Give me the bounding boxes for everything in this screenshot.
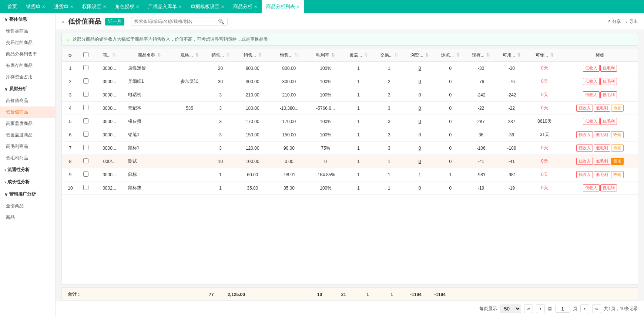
row-views1[interactable]: 0 bbox=[405, 142, 435, 155]
select-all-checkbox[interactable] bbox=[83, 52, 88, 57]
export-button[interactable]: ↓ 导出 bbox=[625, 18, 638, 25]
collapse-button[interactable]: « bbox=[61, 18, 64, 24]
checkbox-col-header[interactable] bbox=[79, 49, 93, 62]
next-page-button[interactable]: › bbox=[580, 304, 589, 313]
row-views1[interactable]: 0 bbox=[405, 62, 435, 75]
name-col-header[interactable]: 商品名称 ⇅ bbox=[126, 49, 173, 62]
sidebar-item-all-goods[interactable]: 全部商品 bbox=[0, 200, 55, 212]
last-page-button[interactable]: » bbox=[592, 304, 601, 313]
close-icon[interactable]: ✕ bbox=[178, 4, 182, 9]
views-link[interactable]: 0 bbox=[419, 146, 421, 151]
row-checkbox[interactable] bbox=[79, 102, 93, 115]
close-icon[interactable]: ✕ bbox=[221, 4, 224, 9]
row-spec: 参加复试 bbox=[173, 75, 206, 88]
available-col-header[interactable]: 可用... ⇅ bbox=[496, 49, 527, 62]
sidebar-item-stock-goods[interactable]: 有库存的商品 bbox=[0, 60, 55, 71]
close-icon[interactable]: ✕ bbox=[103, 4, 106, 9]
row-checkbox[interactable] bbox=[79, 168, 93, 181]
row-views2: 0 bbox=[435, 102, 466, 115]
views2-col-header[interactable]: 浏览... ⇅ bbox=[435, 49, 466, 62]
sidebar-item-low-coverage[interactable]: 低覆盖度商品 bbox=[0, 129, 55, 141]
views-link[interactable]: 0 bbox=[419, 106, 421, 111]
sidebar-item-low-margin[interactable]: 低毛利商品 bbox=[0, 152, 55, 164]
search-icon[interactable]: 🔍 bbox=[218, 18, 224, 24]
time-filter-badge[interactable]: 近一月 bbox=[105, 18, 124, 26]
sidebar-group-title-growth[interactable]: › 成长性分析 bbox=[0, 176, 55, 188]
sales-qty-col-header[interactable]: 销售... ⇅ bbox=[206, 49, 235, 62]
row-checkbox[interactable] bbox=[79, 88, 93, 102]
views-link[interactable]: 0 bbox=[419, 66, 421, 71]
page-input[interactable] bbox=[555, 305, 570, 313]
trade-col-header[interactable]: 交易... ⇅ bbox=[374, 49, 405, 62]
close-icon[interactable]: ✕ bbox=[136, 4, 139, 9]
sidebar-item-capital[interactable]: 库存资金占用 bbox=[0, 71, 55, 83]
row-checkbox[interactable] bbox=[79, 142, 93, 155]
coverage-col-header[interactable]: 覆盖... ⇅ bbox=[343, 49, 374, 62]
row-checkbox[interactable] bbox=[79, 62, 93, 75]
close-icon[interactable]: ✕ bbox=[42, 4, 45, 9]
nav-item-analysis-list[interactable]: 商品分析列表 ✕ bbox=[262, 0, 304, 13]
sidebar-item-low-value[interactable]: 低价值商品 bbox=[0, 106, 55, 118]
stock-col-header[interactable]: 现有... ⇅ bbox=[466, 49, 496, 62]
views-link[interactable]: 0 bbox=[419, 92, 421, 98]
row-views1[interactable]: 0 bbox=[405, 155, 435, 168]
search-input[interactable] bbox=[134, 19, 216, 24]
sidebar-item-traded-goods[interactable]: 交易过的商品 bbox=[0, 37, 55, 48]
row-views1[interactable]: 0 bbox=[405, 181, 435, 195]
nav-item-templates[interactable]: 单据模板设置 ✕ bbox=[186, 0, 229, 13]
sales-price-col-header[interactable]: 销售... ⇅ bbox=[235, 49, 270, 62]
nav-item-sales[interactable]: 销货单 ✕ bbox=[21, 0, 50, 13]
sales-amount-col-header[interactable]: 销售... ⇅ bbox=[270, 49, 308, 62]
nav-item-inbound[interactable]: 产成品入库单 ✕ bbox=[144, 0, 186, 13]
gear-icon[interactable]: ⚙ bbox=[68, 53, 72, 58]
row-views1[interactable]: 0 bbox=[405, 128, 435, 142]
row-checkbox[interactable] bbox=[79, 75, 93, 88]
page-size-select[interactable]: 50 100 200 bbox=[500, 305, 521, 313]
views1-col-header[interactable]: 浏览... ⇅ bbox=[405, 49, 435, 62]
nav-item-permissions[interactable]: 权限设置 ✕ bbox=[78, 0, 111, 13]
views-link[interactable]: 0 bbox=[419, 132, 421, 137]
sidebar-item-high-margin[interactable]: 高毛利商品 bbox=[0, 141, 55, 152]
close-icon[interactable]: ✕ bbox=[70, 4, 73, 9]
sidebar-group-title-finance[interactable]: ∨ 员财分析 bbox=[0, 83, 55, 95]
nav-item-home[interactable]: 首页 bbox=[3, 0, 21, 13]
sellable-col-header[interactable]: 可销... ⇅ bbox=[527, 49, 562, 62]
nav-item-roles[interactable]: 角色授权 ✕ bbox=[111, 0, 144, 13]
views-link[interactable]: 0 bbox=[419, 186, 421, 191]
gear-col-header[interactable]: ⚙ bbox=[62, 49, 79, 62]
nav-item-purchase[interactable]: 进货单 ✕ bbox=[50, 0, 78, 13]
sidebar-group-title-liquidity[interactable]: › 流通性分析 bbox=[0, 164, 55, 176]
sidebar-group-title-overall[interactable]: ∨ 整体信息 bbox=[0, 13, 55, 26]
views-link[interactable]: 0 bbox=[419, 79, 421, 84]
row-views1[interactable]: 0 bbox=[405, 88, 435, 102]
sidebar-item-high-coverage[interactable]: 高覆盖度商品 bbox=[0, 118, 55, 129]
row-views1[interactable]: 0 bbox=[405, 115, 435, 128]
first-page-button[interactable]: « bbox=[524, 304, 533, 313]
sidebar-group-title-marketing[interactable]: ∨ 营销推广分析 bbox=[0, 188, 55, 200]
close-icon[interactable]: ✕ bbox=[254, 4, 257, 9]
nav-item-product-analysis[interactable]: 商品分析 ✕ bbox=[229, 0, 262, 13]
spec-col-header[interactable]: 规格... ⇅ bbox=[173, 49, 206, 62]
row-checkbox[interactable] bbox=[79, 155, 93, 168]
row-sales-qty: 3 bbox=[206, 88, 235, 102]
sidebar-item-sales-goods[interactable]: 销售类商品 bbox=[0, 26, 55, 37]
row-views1[interactable]: 0 bbox=[405, 102, 435, 115]
close-icon[interactable]: ✕ bbox=[296, 4, 300, 9]
prev-page-button[interactable]: ‹ bbox=[536, 304, 545, 313]
row-checkbox[interactable] bbox=[79, 115, 93, 128]
row-views1[interactable]: 1 bbox=[405, 168, 435, 181]
row-views1[interactable]: 0 bbox=[405, 75, 435, 88]
table-row: 7 0000... 鼠标1 3 120.00 90.00 75% 1 3 0 0… bbox=[62, 142, 638, 155]
sidebar-item-high-value[interactable]: 高价值商品 bbox=[0, 95, 55, 106]
code-col-header[interactable]: 商... ⇅ bbox=[93, 49, 126, 62]
sidebar-item-category-sales[interactable]: 商品分类销售率 bbox=[0, 48, 55, 60]
views-link[interactable]: 1 bbox=[419, 172, 421, 177]
share-button[interactable]: ↗ 分享 bbox=[607, 18, 621, 25]
sidebar-item-new-goods[interactable]: 新品 bbox=[0, 212, 55, 223]
margin-col-header[interactable]: 毛利率 ⇅ bbox=[308, 49, 343, 62]
table-container[interactable]: ⚙ 商... ⇅ 商品名称 ⇅ 规格... ⇅ 销售... ⇅ 销售... ⇅ … bbox=[61, 49, 638, 285]
row-checkbox[interactable] bbox=[79, 181, 93, 195]
views-link[interactable]: 0 bbox=[419, 119, 421, 124]
views-link[interactable]: 0 bbox=[419, 159, 421, 164]
row-checkbox[interactable] bbox=[79, 128, 93, 142]
